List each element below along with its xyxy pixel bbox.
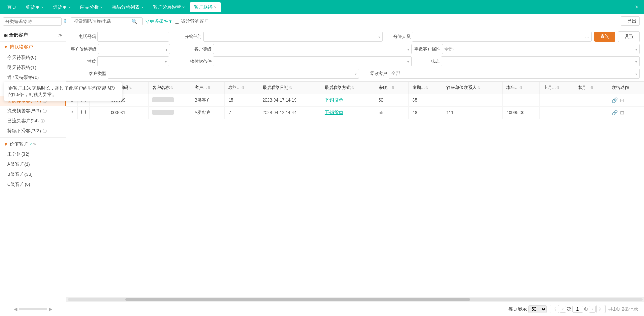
th-type: 客户...⇅: [191, 82, 225, 94]
prev-page-btn[interactable]: ‹: [560, 306, 566, 313]
sort-unit-icon[interactable]: ⇅: [477, 86, 480, 90]
status-select[interactable]: [441, 56, 640, 66]
customer-search-icon[interactable]: 🔍: [131, 19, 137, 24]
sort-uncontacted-icon[interactable]: ⇅: [392, 86, 394, 90]
row-2-date: 2023-04-12 14:44:: [259, 107, 321, 119]
tab-customer-contact[interactable]: 客户联络 ×: [190, 2, 221, 12]
sort-contact-icon[interactable]: ⇅: [241, 86, 244, 90]
table-header-row: ⚙ 客户编码⇅ 客户名称⇅ 客户...⇅ 联络...⇅ 最后联络日期⇅ 最后联络…: [66, 82, 644, 94]
value-customer-arrow: ▼: [4, 142, 8, 147]
my-customers-checkbox[interactable]: [175, 19, 179, 24]
scrollbar-track: [68, 298, 643, 301]
tab-sales[interactable]: 销货单 ×: [22, 2, 48, 12]
row-2-method-link[interactable]: 下销货单: [325, 110, 343, 115]
sort-lastmonth-icon[interactable]: ⇅: [556, 86, 559, 90]
row-2-link-icon[interactable]: 🔗: [612, 110, 618, 115]
row-2-action-icons: 🔗 ⊞: [612, 110, 640, 115]
filter-dots[interactable]: ...: [71, 70, 78, 77]
sidebar-class-a[interactable]: A类客户(1): [0, 159, 66, 169]
settings-button[interactable]: 设置: [618, 31, 640, 42]
row-2-type: A类客户: [191, 107, 225, 119]
th-action: 联络动作: [608, 82, 644, 94]
page-input[interactable]: [572, 306, 583, 313]
th-this-month: 本月...⇅: [574, 82, 608, 94]
phone-label: 电话号码: [71, 34, 96, 40]
row-2-grid-icon[interactable]: ⊞: [620, 110, 624, 115]
sort-overdue-icon[interactable]: ⇅: [425, 86, 428, 90]
category-search-input[interactable]: [3, 17, 62, 26]
close-sales-tab[interactable]: ×: [41, 5, 43, 9]
tab-product-list[interactable]: 商品分析列表 ×: [107, 2, 148, 12]
sort-code-icon[interactable]: ⇅: [129, 86, 132, 90]
edit-customer-group-icon[interactable]: ✎: [33, 142, 36, 147]
sidebar-tomorrow-contact[interactable]: 明天待联络(1): [0, 62, 66, 72]
price-level-select[interactable]: [98, 44, 170, 54]
sidebar-class-c[interactable]: C类客户(6): [0, 179, 66, 189]
filter-row-4: ... 客户类型 零散客户 全部: [71, 69, 640, 79]
tab-product-analysis[interactable]: 商品分析 ×: [76, 2, 107, 12]
sort-year-icon[interactable]: ⇅: [519, 86, 522, 90]
customer-type-label: 客户类型: [81, 71, 106, 77]
row-1-method-link[interactable]: 下销货单: [325, 97, 343, 103]
my-customers-label: 我分管的客户: [181, 18, 209, 24]
sidebar-churn-warning[interactable]: 流失预警客户(3) ⓘ: [0, 106, 66, 116]
close-product-list-tab[interactable]: ×: [141, 5, 143, 9]
tab-home[interactable]: 首页: [3, 2, 21, 12]
sort-type-icon[interactable]: ⇅: [208, 86, 210, 90]
value-customer-section: ▼ 价值客户 ○ ✎: [0, 139, 66, 149]
customer-level-select[interactable]: [213, 44, 412, 54]
scrollbar-thumb[interactable]: [125, 298, 470, 301]
sort-method-icon[interactable]: ⇅: [351, 86, 354, 90]
gender-select[interactable]: [97, 56, 169, 66]
row-2-checkbox[interactable]: [81, 110, 86, 114]
per-page-select[interactable]: 50 100 200: [528, 305, 547, 313]
dept-filter: 分管部门: [177, 32, 383, 42]
sidebar-churned[interactable]: 已流失客户(24) ⓘ: [0, 116, 66, 126]
sort-date-icon[interactable]: ⇅: [289, 86, 292, 90]
next-page-btn[interactable]: ›: [589, 306, 596, 313]
pending-contact-section[interactable]: ▼ 待联络客户: [0, 42, 66, 52]
sort-name-icon[interactable]: ⇅: [170, 86, 173, 90]
sidebar-class-b[interactable]: B类客户(33): [0, 169, 66, 179]
first-page-btn[interactable]: 《: [550, 305, 559, 313]
sidebar-unclassified[interactable]: 未分组(32): [0, 149, 66, 159]
sidebar-scroll-left[interactable]: ◀: [14, 307, 17, 312]
manager-select[interactable]: ···: [412, 32, 592, 42]
horizontal-scrollbar[interactable]: [66, 297, 644, 302]
circle-icon[interactable]: ○: [30, 142, 32, 146]
phone-input[interactable]: [97, 32, 169, 42]
retail-attr-select[interactable]: 全部: [442, 44, 640, 54]
dept-select[interactable]: [203, 32, 383, 42]
sort-month-icon[interactable]: ⇅: [590, 86, 593, 90]
category-search-icon[interactable]: 🔍: [63, 19, 66, 24]
query-button[interactable]: 查询: [594, 32, 615, 42]
filter-icon: ▽: [145, 19, 149, 24]
customer-search-input[interactable]: [74, 19, 131, 24]
row-1-grid-icon[interactable]: ⊞: [620, 97, 624, 103]
th-this-year: 本年...⇅: [503, 82, 540, 94]
sidebar-today-contact[interactable]: 今天待联络(0): [0, 52, 66, 62]
close-customer-contact-tab[interactable]: ×: [214, 5, 216, 9]
sidebar-collapse-icon[interactable]: ≫: [58, 33, 62, 38]
close-product-analysis-tab[interactable]: ×: [100, 5, 102, 9]
window-close-button[interactable]: ×: [632, 4, 641, 10]
row-2-name-blurred: [152, 110, 174, 115]
row-2-contact: 7: [225, 107, 259, 119]
retail-attr-chevron: [635, 47, 637, 52]
sidebar-declining[interactable]: 持续下滑客户(2) ⓘ: [0, 126, 66, 136]
tab-purchase[interactable]: 进货单 ×: [48, 2, 75, 12]
payment-select[interactable]: [213, 56, 412, 66]
last-page-btn[interactable]: 》: [596, 305, 606, 313]
pagination-bar: 每页显示 50 100 200 《 ‹ 第 页 › 》 共1页 2条记录: [66, 302, 644, 316]
row-1-link-icon[interactable]: 🔗: [612, 97, 618, 103]
export-button[interactable]: ↑ 导出: [621, 16, 640, 26]
main-layout: 🔍 ⊞ 全部客户 ≫ ▼ 待联络客户 今天待联络(0) 明天待联络(1) 近7天…: [0, 14, 644, 316]
customer-type-select[interactable]: [108, 69, 359, 79]
sidebar-scroll-right[interactable]: ▶: [49, 307, 52, 312]
more-conditions-btn[interactable]: ▽ 更多条件 ▾: [145, 18, 172, 24]
sidebar-7day-contact[interactable]: 近7天待联络(0): [0, 72, 66, 82]
tab-customer-tier[interactable]: 客户分层经营 ×: [149, 2, 189, 12]
close-customer-tier-tab[interactable]: ×: [182, 5, 185, 9]
retail-customer-select[interactable]: 全部: [389, 69, 640, 79]
close-purchase-tab[interactable]: ×: [68, 5, 70, 9]
